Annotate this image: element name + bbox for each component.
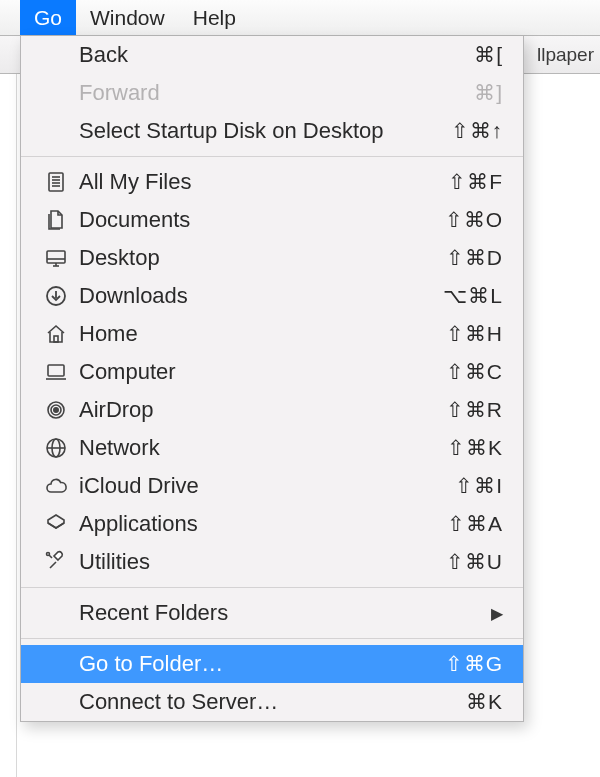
menu-utilities-shortcut: ⇧⌘U: [446, 550, 503, 574]
menubar: Go Window Help: [0, 0, 600, 36]
menu-computer[interactable]: Computer ⇧⌘C: [21, 353, 523, 391]
documents-icon: [41, 208, 71, 232]
menu-downloads-shortcut: ⌥⌘L: [443, 284, 503, 308]
menu-home[interactable]: Home ⇧⌘H: [21, 315, 523, 353]
menu-all-my-files[interactable]: All My Files ⇧⌘F: [21, 163, 523, 201]
utilities-icon: [41, 550, 71, 574]
computer-icon: [41, 360, 71, 384]
airdrop-icon: [41, 398, 71, 422]
menubar-help[interactable]: Help: [179, 0, 250, 35]
svg-rect-11: [54, 336, 58, 342]
menu-back-shortcut: ⌘[: [474, 43, 503, 67]
downloads-icon: [41, 284, 71, 308]
menu-recent-label: Recent Folders: [79, 600, 228, 626]
applications-icon: [41, 512, 71, 536]
menu-computer-shortcut: ⇧⌘C: [446, 360, 503, 384]
menu-recent-folders[interactable]: Recent Folders ▶: [21, 594, 523, 632]
menu-icloud-label: iCloud Drive: [79, 473, 199, 499]
home-icon: [41, 322, 71, 346]
menu-go-to-folder[interactable]: Go to Folder… ⇧⌘G: [21, 645, 523, 683]
menu-airdrop[interactable]: AirDrop ⇧⌘R: [21, 391, 523, 429]
menu-airdrop-shortcut: ⇧⌘R: [446, 398, 503, 422]
menubar-spacer: [0, 0, 20, 35]
menu-utilities[interactable]: Utilities ⇧⌘U: [21, 543, 523, 581]
go-menu-dropdown: Back ⌘[ Forward ⌘] Select Startup Disk o…: [20, 36, 524, 722]
all-my-files-icon: [41, 170, 71, 194]
svg-rect-5: [47, 251, 65, 263]
desktop-icon: [41, 246, 71, 270]
svg-rect-0: [49, 173, 63, 191]
menu-icloud-drive[interactable]: iCloud Drive ⇧⌘I: [21, 467, 523, 505]
menu-back[interactable]: Back ⌘[: [21, 36, 523, 74]
menu-forward-shortcut: ⌘]: [474, 81, 503, 105]
menu-documents[interactable]: Documents ⇧⌘O: [21, 201, 523, 239]
menu-startup-shortcut: ⇧⌘↑: [451, 119, 504, 143]
cloud-icon: [41, 474, 71, 498]
svg-rect-12: [48, 365, 64, 376]
menu-all-my-files-label: All My Files: [79, 169, 191, 195]
menu-downloads[interactable]: Downloads ⌥⌘L: [21, 277, 523, 315]
menu-documents-label: Documents: [79, 207, 190, 233]
menu-airdrop-label: AirDrop: [79, 397, 154, 423]
menu-gotofolder-shortcut: ⇧⌘G: [445, 652, 503, 676]
menu-documents-shortcut: ⇧⌘O: [445, 208, 503, 232]
menu-desktop[interactable]: Desktop ⇧⌘D: [21, 239, 523, 277]
network-icon: [41, 436, 71, 460]
menu-startup-label: Select Startup Disk on Desktop: [79, 118, 383, 144]
menu-connect-label: Connect to Server…: [79, 689, 278, 715]
menu-connect-to-server[interactable]: Connect to Server… ⌘K: [21, 683, 523, 721]
menu-separator: [21, 638, 523, 639]
menu-home-label: Home: [79, 321, 138, 347]
menu-desktop-label: Desktop: [79, 245, 160, 271]
sidebar-divider: [16, 74, 17, 777]
menu-desktop-shortcut: ⇧⌘D: [446, 246, 503, 270]
menu-forward-label: Forward: [79, 80, 160, 106]
submenu-arrow-icon: ▶: [491, 604, 503, 623]
menu-applications-label: Applications: [79, 511, 198, 537]
menu-network-label: Network: [79, 435, 160, 461]
menubar-go[interactable]: Go: [20, 0, 76, 35]
menu-network-shortcut: ⇧⌘K: [447, 436, 503, 460]
menu-connect-shortcut: ⌘K: [466, 690, 503, 714]
menu-downloads-label: Downloads: [79, 283, 188, 309]
menu-applications[interactable]: Applications ⇧⌘A: [21, 505, 523, 543]
menu-all-my-files-shortcut: ⇧⌘F: [448, 170, 503, 194]
menu-home-shortcut: ⇧⌘H: [446, 322, 503, 346]
svg-point-19: [47, 553, 50, 556]
menu-gotofolder-label: Go to Folder…: [79, 651, 223, 677]
toolbar-fragment-text: llpaper: [537, 44, 594, 66]
menu-forward: Forward ⌘]: [21, 74, 523, 112]
menubar-window[interactable]: Window: [76, 0, 179, 35]
menu-applications-shortcut: ⇧⌘A: [447, 512, 503, 536]
menu-computer-label: Computer: [79, 359, 176, 385]
menu-back-label: Back: [79, 42, 128, 68]
menu-utilities-label: Utilities: [79, 549, 150, 575]
menu-icloud-shortcut: ⇧⌘I: [455, 474, 503, 498]
menu-separator: [21, 587, 523, 588]
menu-network[interactable]: Network ⇧⌘K: [21, 429, 523, 467]
svg-point-13: [54, 408, 58, 412]
menu-startup-disk[interactable]: Select Startup Disk on Desktop ⇧⌘↑: [21, 112, 523, 150]
menu-separator: [21, 156, 523, 157]
